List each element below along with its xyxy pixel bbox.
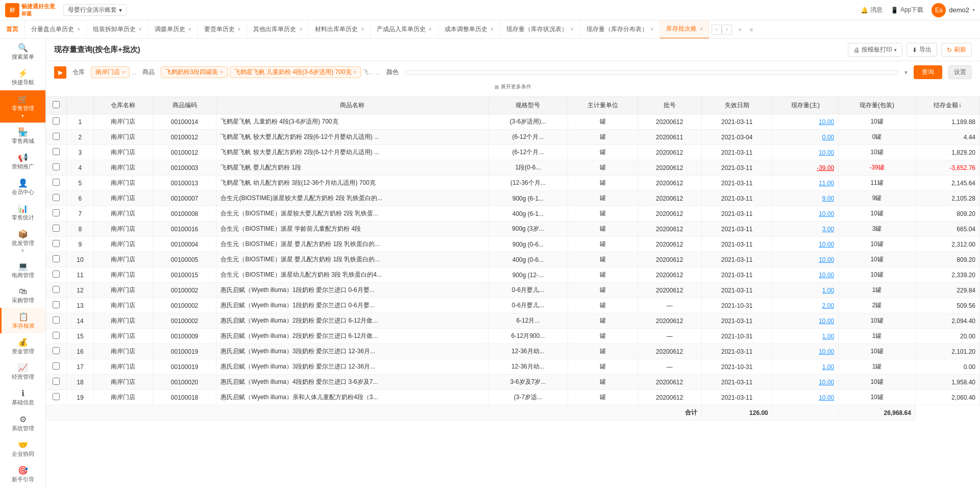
close-icon[interactable]: × bbox=[188, 27, 191, 32]
qty-main-link[interactable]: 1.00 bbox=[822, 363, 834, 371]
message-button[interactable]: 🔔 消息 bbox=[861, 6, 883, 14]
sidebar-item-collab[interactable]: 🤝 企业协同 bbox=[0, 436, 45, 461]
tab-6[interactable]: 材料出库单历史 × bbox=[309, 20, 371, 39]
tab-4[interactable]: 要货单历史 × bbox=[198, 20, 248, 39]
row-checkbox[interactable] bbox=[53, 133, 60, 140]
sidebar-item-finance[interactable]: 💰 资金管理 bbox=[0, 333, 45, 359]
close-icon[interactable]: × bbox=[571, 27, 574, 32]
sidebar-item-mall[interactable]: 🏪 零售商城 bbox=[0, 123, 45, 149]
row-checkbox[interactable] bbox=[53, 148, 60, 155]
sidebar-item-guide[interactable]: 🎯 新手引导 bbox=[0, 461, 45, 487]
row-checkbox[interactable] bbox=[53, 194, 60, 201]
tab-2[interactable]: 组装拆卸单历史 × bbox=[87, 20, 149, 39]
qty-main-link[interactable]: 10.00 bbox=[819, 149, 834, 156]
sidebar-item-operations[interactable]: 📈 经营管理 bbox=[0, 359, 45, 384]
qty-main-link[interactable]: -39.00 bbox=[817, 164, 834, 172]
qty-main-link[interactable]: 0.00 bbox=[822, 134, 834, 141]
tab-9[interactable]: 现存量（库存状况表） × bbox=[500, 20, 580, 39]
row-checkbox[interactable] bbox=[53, 240, 60, 247]
sidebar-item-ecommerce[interactable]: 💻 电商管理 bbox=[0, 257, 45, 283]
row-checkbox[interactable] bbox=[53, 362, 60, 370]
sidebar-item-inventory[interactable]: 📋 库存核算 bbox=[0, 308, 45, 333]
row-checkbox[interactable] bbox=[53, 316, 60, 324]
row-checkbox[interactable] bbox=[53, 163, 60, 170]
nav-next-button[interactable]: › bbox=[722, 24, 732, 35]
tab-1[interactable]: 分量盘点单历史 × bbox=[25, 20, 87, 39]
tab-7[interactable]: 产成品入库单历史 × bbox=[371, 20, 438, 39]
warehouse-more[interactable]: ... bbox=[132, 69, 136, 76]
sidebar-collapse-button[interactable]: ▶ bbox=[54, 66, 66, 79]
goods-ellipsis[interactable]: ... bbox=[376, 69, 380, 76]
close-icon[interactable]: × bbox=[429, 27, 432, 32]
tab-selector[interactable]: 母婴行业演示账套 ▾ bbox=[63, 4, 127, 16]
close-icon[interactable]: × bbox=[700, 26, 703, 32]
row-checkbox[interactable] bbox=[53, 347, 60, 354]
qty-main-link[interactable]: 10.00 bbox=[819, 241, 834, 248]
sidebar-item-search[interactable]: 🔍 搜索菜单 bbox=[0, 39, 45, 64]
tab-home[interactable]: 首页 bbox=[0, 20, 25, 39]
goods-tag-1-close[interactable]: × bbox=[220, 69, 223, 75]
tab-3[interactable]: 调拨单历史 × bbox=[149, 20, 198, 39]
export-button[interactable]: ⬇ 导出 bbox=[906, 43, 937, 57]
qty-main-link[interactable]: 9.00 bbox=[822, 195, 834, 202]
qty-main-link[interactable]: 10.00 bbox=[819, 118, 834, 126]
refresh-button[interactable]: ↻ 刷新 bbox=[941, 43, 972, 57]
close-icon[interactable]: × bbox=[299, 27, 302, 32]
print-button[interactable]: 🖨 按模板打印 ▾ bbox=[848, 43, 902, 57]
select-all-checkbox[interactable] bbox=[53, 101, 60, 108]
close-icon[interactable]: × bbox=[139, 27, 142, 32]
goods-more[interactable]: 飞... bbox=[363, 68, 373, 76]
settings-button[interactable]: 设置 bbox=[948, 65, 972, 79]
query-button[interactable]: 查询 bbox=[914, 65, 942, 79]
sidebar-item-quick-nav[interactable]: ⚡ 快捷导航 bbox=[0, 64, 45, 90]
tab-5[interactable]: 其他出库单历史 × bbox=[247, 20, 309, 39]
tab-8[interactable]: 成本调整单历史 × bbox=[438, 20, 500, 39]
row-checkbox[interactable] bbox=[53, 255, 60, 262]
app-download-button[interactable]: 📱 App下载 bbox=[891, 6, 923, 14]
row-checkbox[interactable] bbox=[53, 286, 60, 293]
sidebar-item-retail-stats[interactable]: 📊 零售统计 bbox=[0, 200, 45, 225]
sidebar-item-system[interactable]: ⚙ 系统管理 bbox=[0, 410, 45, 436]
row-checkbox[interactable] bbox=[53, 393, 60, 400]
qty-main-link[interactable]: 11.00 bbox=[819, 180, 834, 187]
sidebar-item-basic-info[interactable]: ℹ 基础信息 bbox=[0, 384, 45, 410]
qty-main-link[interactable]: 2.00 bbox=[822, 302, 834, 309]
qty-main-link[interactable]: 1.00 bbox=[822, 287, 834, 294]
sidebar-item-purchase[interactable]: 🛍 采购管理 bbox=[0, 283, 45, 308]
row-checkbox[interactable] bbox=[53, 378, 60, 385]
qty-main-link[interactable]: 10.00 bbox=[819, 379, 834, 386]
qty-main-link[interactable]: 10.00 bbox=[819, 256, 834, 263]
tab-active[interactable]: 库存批次账 × bbox=[660, 20, 709, 39]
qty-main-link[interactable]: 3.00 bbox=[822, 226, 834, 233]
warehouse-tag-close[interactable]: × bbox=[122, 69, 125, 75]
sidebar-item-wholesale[interactable]: 📦 批发管理 ▾ bbox=[0, 225, 45, 257]
qty-main-link[interactable]: 10.00 bbox=[819, 272, 834, 279]
row-checkbox[interactable] bbox=[53, 179, 60, 186]
row-checkbox[interactable] bbox=[53, 225, 60, 232]
row-checkbox[interactable] bbox=[53, 271, 60, 278]
close-icon[interactable]: × bbox=[361, 27, 364, 32]
sidebar-item-appcenter[interactable]: 📱 应用中心 bbox=[0, 487, 45, 490]
user-profile[interactable]: Ea demo2 ▾ bbox=[932, 3, 975, 17]
qty-main-link[interactable]: 10.00 bbox=[819, 348, 834, 355]
close-icon[interactable]: × bbox=[77, 27, 80, 32]
qty-main-link[interactable]: 10.00 bbox=[819, 394, 834, 401]
close-icon[interactable]: × bbox=[651, 27, 654, 32]
color-input[interactable] bbox=[405, 70, 898, 75]
expand-conditions-button[interactable]: ⊞ 展开更多条件 bbox=[495, 81, 531, 92]
row-checkbox[interactable] bbox=[53, 209, 60, 216]
close-icon[interactable]: × bbox=[238, 27, 241, 32]
nav-menu-button[interactable]: ≡ bbox=[746, 27, 757, 33]
goods-tag-2-close[interactable]: × bbox=[354, 69, 357, 75]
row-checkbox[interactable] bbox=[53, 301, 60, 308]
qty-main-link[interactable]: 10.00 bbox=[819, 210, 834, 217]
row-checkbox[interactable] bbox=[53, 117, 60, 125]
tab-10[interactable]: 现存量（库存分布表） × bbox=[580, 20, 660, 39]
sidebar-item-retail-mgmt[interactable]: 🛒 零售管理 ▾ bbox=[0, 90, 45, 122]
nav-close-all-button[interactable]: × bbox=[734, 27, 745, 33]
sidebar-item-members[interactable]: 👤 会员中心 bbox=[0, 174, 45, 200]
row-checkbox[interactable] bbox=[53, 332, 60, 339]
close-icon[interactable]: × bbox=[491, 27, 494, 32]
qty-main-link[interactable]: 10.00 bbox=[819, 317, 834, 325]
nav-prev-button[interactable]: ‹ bbox=[712, 24, 722, 35]
